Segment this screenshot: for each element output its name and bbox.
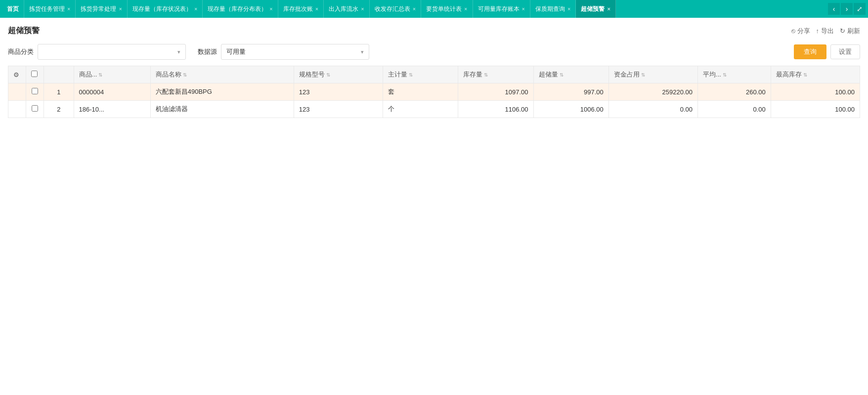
th-capital[interactable]: 资金占用 ⇅ [608, 66, 697, 83]
td-spec: 123 [294, 101, 383, 118]
row-checkbox[interactable] [32, 105, 38, 112]
datasource-label: 数据源 [198, 47, 217, 56]
close-icon[interactable]: × [607, 6, 610, 12]
th-code[interactable]: 商品... ⇅ [74, 66, 150, 83]
sort-icon: ⇅ [641, 72, 645, 78]
close-icon[interactable]: × [567, 6, 570, 12]
th-row-num [44, 66, 74, 83]
nav-tab-1[interactable]: 拣货任务管理 × [24, 0, 76, 18]
sort-icon: ⇅ [98, 72, 102, 78]
td-unit: 个 [383, 101, 458, 118]
filter-row: 商品分类 ▾ 数据源 可用量 ▾ 查询 设置 [8, 44, 860, 60]
sort-icon: ⇅ [326, 72, 330, 78]
nav-tab-7[interactable]: 收发存汇总表 × [370, 0, 421, 18]
category-filter: 商品分类 ▾ [8, 44, 186, 60]
nav-tab-5[interactable]: 库存批次账 × [278, 0, 324, 18]
close-icon[interactable]: × [194, 6, 197, 12]
nav-tab-2[interactable]: 拣货异常处理 × [76, 0, 127, 18]
query-button[interactable]: 查询 [794, 44, 826, 59]
nav-tab-8[interactable]: 要货单统计表 × [421, 0, 473, 18]
nav-tab-9[interactable]: 可用量库存账本 × [473, 0, 530, 18]
th-over[interactable]: 超储量 ⇅ [533, 66, 608, 83]
nav-expand[interactable]: ⤢ [854, 3, 866, 15]
td-unit: 套 [383, 83, 458, 101]
nav-arrow-right[interactable]: › [841, 3, 853, 15]
td-code: 0000004 [74, 83, 150, 101]
sort-icon: ⇅ [723, 72, 727, 78]
th-spec-label: 规格型号 [299, 70, 325, 79]
close-icon[interactable]: × [464, 6, 467, 12]
th-name-label: 商品名称 [156, 70, 181, 79]
close-icon[interactable]: × [119, 6, 122, 12]
td-max: 100.00 [771, 83, 860, 101]
td-capital: 259220.00 [608, 83, 697, 101]
refresh-button[interactable]: ↻ 刷新 [840, 27, 860, 36]
row-checkbox[interactable] [32, 88, 38, 94]
th-avg[interactable]: 平均... ⇅ [698, 66, 771, 83]
td-capital: 0.00 [608, 101, 697, 118]
th-max-label: 最高库存 [776, 70, 802, 79]
top-nav: 首页 拣货任务管理 × 拣货异常处理 × 现存量（库存状况表） × 现存量（库存… [0, 0, 868, 18]
close-icon[interactable]: × [413, 6, 416, 12]
th-unit[interactable]: 主计量 ⇅ [383, 66, 458, 83]
nav-tab-10[interactable]: 保质期查询 × [530, 0, 576, 18]
datasource-select[interactable]: 可用量 ▾ [221, 44, 369, 60]
nav-tab-4[interactable]: 现存量（库存分布表） × [203, 0, 278, 18]
close-icon[interactable]: × [67, 6, 70, 12]
td-check[interactable] [26, 83, 44, 101]
sort-icon: ⇅ [409, 72, 413, 78]
nav-arrow-left[interactable]: ‹ [828, 3, 840, 15]
td-avg: 0.00 [698, 101, 771, 118]
nav-tab-6[interactable]: 出入库流水 × [324, 0, 369, 18]
td-avg: 260.00 [698, 83, 771, 101]
close-icon[interactable]: × [522, 6, 525, 12]
th-capital-label: 资金占用 [614, 70, 640, 79]
th-stock[interactable]: 库存量 ⇅ [458, 66, 533, 83]
share-icon: ⎋ [791, 27, 795, 35]
nav-home[interactable]: 首页 [2, 0, 24, 18]
sort-icon: ⇅ [560, 72, 564, 78]
category-select[interactable]: ▾ [38, 44, 186, 60]
td-check[interactable] [26, 101, 44, 118]
th-check[interactable] [26, 66, 44, 83]
th-gear[interactable]: ⚙ [8, 66, 26, 83]
nav-tab-11[interactable]: 超储预警 × [576, 0, 615, 18]
close-icon[interactable]: × [269, 6, 272, 12]
category-label: 商品分类 [8, 47, 34, 56]
td-stock: 1106.00 [458, 101, 533, 118]
datasource-filter: 数据源 可用量 ▾ [198, 44, 369, 60]
td-over: 1006.00 [533, 101, 608, 118]
refresh-icon: ↻ [840, 27, 845, 35]
th-spec[interactable]: 规格型号 ⇅ [294, 66, 383, 83]
sort-icon: ⇅ [484, 72, 488, 78]
nav-tab-3[interactable]: 现存量（库存状况表） × [128, 0, 203, 18]
td-gear [8, 83, 26, 101]
td-num: 2 [44, 101, 74, 118]
td-stock: 1097.00 [458, 83, 533, 101]
close-icon[interactable]: × [361, 6, 364, 12]
filter-buttons: 查询 设置 [794, 44, 860, 59]
page-title: 超储预警 [8, 26, 40, 36]
close-icon[interactable]: × [315, 6, 318, 12]
select-all-checkbox[interactable] [31, 71, 38, 77]
share-button[interactable]: ⎋ 分享 [791, 27, 810, 36]
table-row[interactable]: 1 0000004 六配套新昌490BPG 123 套 1097.00 997.… [8, 83, 860, 101]
th-max[interactable]: 最高库存 ⇅ [771, 66, 860, 83]
export-icon: ↑ [816, 27, 820, 35]
chevron-down-icon: ▾ [177, 49, 180, 55]
chevron-down-icon: ▾ [361, 49, 364, 55]
page-content: 超储预警 ⎋ 分享 ↑ 导出 ↻ 刷新 商品分类 ▾ 数据源 [0, 18, 868, 395]
export-button[interactable]: ↑ 导出 [816, 27, 834, 36]
td-code: 186-10... [74, 101, 150, 118]
th-over-label: 超储量 [539, 70, 558, 79]
td-max: 100.00 [771, 101, 860, 118]
table-row[interactable]: 2 186-10... 机油滤清器 123 个 1106.00 1006.00 … [8, 101, 860, 118]
th-code-label: 商品... [79, 70, 97, 79]
th-name[interactable]: 商品名称 ⇅ [150, 66, 294, 83]
table-header-row: ⚙ 商品... ⇅ 商品名称 ⇅ [8, 66, 860, 83]
td-name: 六配套新昌490BPG [150, 83, 294, 101]
page-header: 超储预警 ⎋ 分享 ↑ 导出 ↻ 刷新 [8, 26, 860, 36]
gear-icon[interactable]: ⚙ [13, 71, 19, 79]
td-over: 997.00 [533, 83, 608, 101]
settings-button[interactable]: 设置 [830, 44, 860, 59]
